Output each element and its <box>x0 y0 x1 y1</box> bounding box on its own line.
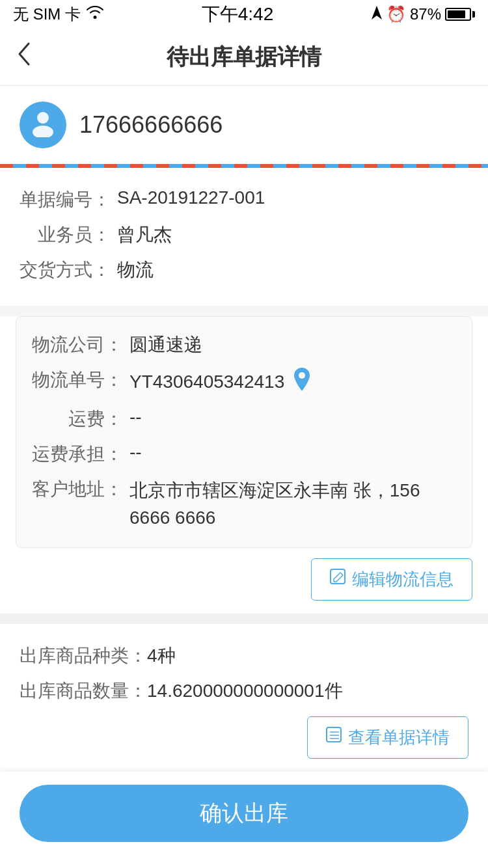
address-value: 北京市市辖区海淀区永丰南 张，156 6666 6666 <box>129 477 456 532</box>
logistics-company-label: 物流公司： <box>32 332 123 357</box>
nav-bar: 待出库单据详情 <box>0 29 488 86</box>
delivery-value: 物流 <box>117 258 468 282</box>
customer-phone: 17666666666 <box>79 111 223 139</box>
goods-action-row: 查看单据详情 <box>20 716 468 759</box>
order-number-row: 单据编号： SA-20191227-001 <box>20 187 468 212</box>
back-button[interactable] <box>16 41 31 73</box>
svg-point-1 <box>37 112 49 124</box>
address-row: 客户地址： 北京市市辖区海淀区永丰南 张，156 6666 6666 <box>32 477 456 532</box>
avatar <box>20 102 66 148</box>
goods-types-value: 4种 <box>147 644 176 668</box>
order-number-label: 单据编号： <box>20 187 111 212</box>
salesman-label: 业务员： <box>20 223 111 247</box>
freight-bear-row: 运费承担： -- <box>32 442 456 467</box>
edit-logistics-label: 编辑物流信息 <box>352 568 454 591</box>
view-detail-button[interactable]: 查看单据详情 <box>307 716 468 759</box>
order-number-value: SA-20191227-001 <box>117 187 468 208</box>
delivery-row: 交货方式： 物流 <box>20 258 468 282</box>
goods-types-label: 出库商品种类： <box>20 644 147 668</box>
address-label: 客户地址： <box>32 477 123 502</box>
tracking-number: YT43064053424​13 <box>129 372 284 392</box>
svg-point-3 <box>299 372 305 379</box>
edit-logistics-button[interactable]: 编辑物流信息 <box>311 558 472 601</box>
logistics-card: 物流公司： 圆通速递 物流单号： YT43064053424​13 运费： <box>16 316 472 548</box>
svg-rect-4 <box>331 569 345 584</box>
page-title: 待出库单据详情 <box>167 42 321 72</box>
battery-text: 87% <box>410 5 441 23</box>
avatar-icon <box>28 107 58 143</box>
salesman-value: 曾凡杰 <box>117 223 468 247</box>
goods-quantity-row: 出库商品数量： 14.620000000000001件 <box>20 679 468 703</box>
content: 17666666666 单据编号： SA-20191227-001 业务员： 曾… <box>0 86 488 856</box>
goods-quantity-value: 14.620000000000001件 <box>147 679 343 703</box>
svg-marker-0 <box>372 6 382 20</box>
salesman-row: 业务员： 曾凡杰 <box>20 223 468 247</box>
carrier-text: 无 SIM 卡 <box>13 4 81 25</box>
logistics-company-row: 物流公司： 圆通速递 <box>32 332 456 357</box>
section-divider <box>0 614 488 624</box>
delivery-label: 交货方式： <box>20 258 111 282</box>
alarm-icon: ⏰ <box>386 5 406 23</box>
bottom-bar: 确认出库 <box>0 772 488 868</box>
map-pin-icon[interactable] <box>292 368 312 396</box>
logistics-tracking-value: YT43064053424​13 <box>129 368 456 396</box>
battery-icon <box>445 8 475 21</box>
freight-bear-label: 运费承担： <box>32 442 123 467</box>
confirm-label: 确认出库 <box>200 798 288 828</box>
svg-point-2 <box>33 126 53 137</box>
status-right: ⏰ 87% <box>371 5 475 23</box>
detail-list-icon <box>326 727 343 748</box>
freight-label: 运费： <box>32 407 123 431</box>
confirm-button[interactable]: 确认出库 <box>20 785 468 842</box>
view-detail-label: 查看单据详情 <box>348 726 450 749</box>
logistics-tracking-label: 物流单号： <box>32 368 123 392</box>
logistics-company-value: 圆通速递 <box>129 332 456 357</box>
logistics-tracking-row: 物流单号： YT43064053424​13 <box>32 368 456 396</box>
order-info-section: 单据编号： SA-20191227-001 业务员： 曾凡杰 交货方式： 物流 <box>0 168 488 306</box>
freight-row: 运费： -- <box>32 407 456 431</box>
status-bar: 无 SIM 卡 下午4:42 ⏰ 87% <box>0 0 488 29</box>
goods-types-row: 出库商品种类： 4种 <box>20 644 468 668</box>
freight-bear-value: -- <box>129 442 456 463</box>
status-time: 下午4:42 <box>202 2 274 27</box>
goods-section: 出库商品种类： 4种 出库商品数量： 14.620000000000001件 查… <box>0 624 488 778</box>
edit-logistics-row: 编辑物流信息 <box>0 558 488 614</box>
location-status-icon <box>371 5 383 23</box>
goods-quantity-label: 出库商品数量： <box>20 679 147 703</box>
customer-section: 17666666666 <box>0 86 488 164</box>
wifi-icon <box>86 5 104 23</box>
svg-rect-5 <box>327 727 341 742</box>
edit-icon <box>330 569 347 590</box>
freight-value: -- <box>129 407 456 427</box>
status-left: 无 SIM 卡 <box>13 4 104 25</box>
